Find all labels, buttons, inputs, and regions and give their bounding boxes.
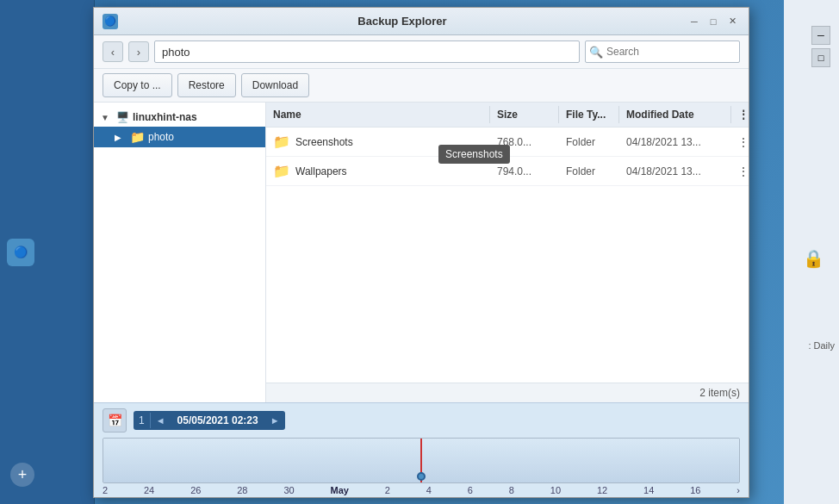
timeline-track[interactable] [103,438,740,483]
status-bar: 2 item(s) [266,383,749,402]
close-button[interactable]: ✕ [724,14,740,29]
timeline-label: 12 [597,485,607,495]
file-panel: Name Size File Ty... Modified Date ⋮ 📁 S… [266,103,749,402]
back-button[interactable]: ‹ [103,41,123,62]
timeline-date: 05/05/2021 02:23 [171,413,265,428]
version-number: 1 [134,413,151,428]
timeline-area: 📅 1 ◄ 05/05/2021 02:23 ► 2 24 26 28 30 M… [94,402,749,497]
download-button[interactable]: Download [241,73,309,97]
file-modified-screenshots: 04/18/2021 13... [619,134,731,151]
minimize-small-btn[interactable]: ─ [811,26,830,45]
col-menu[interactable]: ⋮ [731,106,749,123]
nas-label: linuxhint-nas [133,111,197,123]
timeline-label-may: May [331,485,349,495]
timeline-label: 10 [550,485,561,495]
nas-icon: 🖥️ [116,111,129,123]
sidebar-panel: 🔵 📦 Back... + [0,0,95,504]
file-size-wallpapers: 794.0... [490,163,559,180]
title-bar: 🔵 Backup Explorer ─ □ ✕ [94,8,749,35]
nas-toggle: ▼ [101,113,113,122]
file-name-wallpapers: 📁 Wallpapers [266,160,490,182]
tree-nas-item[interactable]: ▼ 🖥️ linuxhint-nas [94,108,265,127]
sidebar-header: 🔵 [0,0,95,504]
timeline-label: 16 [690,485,700,495]
maximize-button[interactable]: □ [705,14,721,29]
file-type-wallpapers: Folder [559,163,619,180]
add-button[interactable]: + [10,463,34,487]
backup-explorer-window: 🔵 Backup Explorer ─ □ ✕ ‹ › 🔍 Copy to ..… [93,7,749,498]
timeline-next-button[interactable]: ► [265,414,285,427]
timeline-label: 28 [237,485,247,495]
timeline-label: 26 [190,485,201,495]
restore-button[interactable]: Restore [177,73,236,97]
photo-label: photo [148,131,174,143]
lock-icon: 🔒 [796,241,830,276]
file-list: 📁 Screenshots 768.0... Folder 04/18/2021… [266,128,749,383]
timeline-label: 24 [144,485,154,495]
file-modified-wallpapers: 04/18/2021 13... [619,163,731,180]
photo-toggle: ▶ [115,133,127,142]
forward-button[interactable]: › [128,41,149,62]
file-type-screenshots: Folder [559,134,619,151]
file-name-screenshots: 📁 Screenshots [266,131,490,152]
window-icon: 🔵 [103,14,118,29]
right-panel: ─ □ 🔒 : Daily [784,0,839,504]
search-icon[interactable]: 🔍 [586,46,606,59]
timeline-label: 2 [385,485,390,495]
calendar-icon: 📅 [108,414,122,427]
maximize-small-btn[interactable]: □ [811,48,830,67]
right-panel-controls: ─ □ [811,26,830,67]
timeline-label: 30 [283,485,294,495]
search-box: 🔍 [585,40,740,63]
address-bar[interactable] [154,40,580,63]
calendar-button[interactable]: 📅 [103,408,127,432]
tree-panel: ▼ 🖥️ linuxhint-nas ▶ 📁 photo [94,103,266,402]
folder-icon: 📁 [273,134,290,150]
file-size-screenshots: 768.0... [490,134,559,151]
tree-photo-item[interactable]: ▶ 📁 photo [94,127,265,147]
timeline-label: 4 [426,485,432,495]
daily-label: : Daily [808,340,835,351]
window-title: Backup Explorer [118,15,687,28]
table-row[interactable]: 📁 Screenshots 768.0... Folder 04/18/2021… [266,128,749,157]
timeline-label: 8 [509,485,514,495]
window-controls: ─ □ ✕ [687,14,740,29]
content-area: ▼ 🖥️ linuxhint-nas ▶ 📁 photo Name Size F… [94,103,749,402]
minimize-button[interactable]: ─ [687,14,702,29]
col-filetype[interactable]: File Ty... [559,106,619,123]
item-count: 2 item(s) [699,387,740,399]
sidebar-app-icon: 🔵 [7,239,34,266]
timeline-prev-button[interactable]: ◄ [151,414,171,427]
timeline-label-arrow: › [736,485,740,495]
copy-to-button[interactable]: Copy to ... [103,73,172,97]
timeline-nav: 1 ◄ 05/05/2021 02:23 ► [134,411,285,430]
toolbar-nav-row: ‹ › 🔍 [94,35,749,69]
file-list-header: Name Size File Ty... Modified Date ⋮ [266,103,749,128]
timeline-dot [417,472,426,481]
timeline-label: 6 [468,485,473,495]
toolbar-action-row: Copy to ... Restore Download [94,69,749,103]
folder-icon: 📁 [273,163,290,179]
file-menu-wallpapers[interactable]: ⋮ [731,163,749,180]
photo-folder-icon: 📁 [130,130,145,144]
timeline-labels: 2 24 26 28 30 May 2 4 6 8 10 12 14 16 › [94,483,749,497]
table-row[interactable]: 📁 Wallpapers 794.0... Folder 04/18/2021 … [266,157,749,186]
timeline-controls: 📅 1 ◄ 05/05/2021 02:23 ► [94,403,749,438]
timeline-label: 14 [643,485,654,495]
search-input[interactable] [606,46,739,58]
col-name[interactable]: Name [266,106,490,123]
col-modified[interactable]: Modified Date [619,106,731,123]
file-menu-screenshots[interactable]: ⋮ [731,134,749,151]
timeline-label: 2 [103,485,108,495]
col-size[interactable]: Size [490,106,559,123]
